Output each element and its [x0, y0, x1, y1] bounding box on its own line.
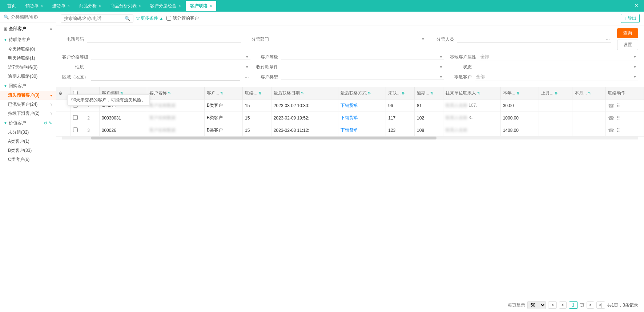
sidebar-item-unclassified[interactable]: 未分组(32) — [0, 128, 56, 137]
sidebar-item-class-a[interactable]: A类客户(1) — [0, 137, 56, 146]
tab-sales[interactable]: 销货单 × — [21, 1, 47, 11]
tab-customer-tier[interactable]: 客户分层经营 × — [146, 1, 185, 11]
filter-more-btn[interactable]: ▽ 更多条件 ▲ — [136, 15, 164, 21]
sidebar-item-lost-label: 已流失客户(24) — [8, 101, 50, 108]
sidebar-item-declining[interactable]: 持续下滑客户(2) ? — [0, 109, 56, 118]
filter-input-manager[interactable] — [457, 36, 611, 43]
sidebar-group-value[interactable]: ▼ 价值客户 ↺ ✎ — [0, 118, 56, 128]
more-action-icon-0[interactable]: ⠿ — [616, 103, 620, 109]
more-action-icon-1[interactable]: ⠿ — [616, 115, 620, 121]
horizontal-scrollbar-thumb[interactable] — [91, 137, 436, 139]
tab-customer-contact[interactable]: 客户联络 × — [186, 1, 216, 11]
col-type[interactable]: 客户...⇅ — [204, 87, 242, 100]
col-name-label: 客户名称 — [149, 90, 167, 96]
col-uncontacted[interactable]: 未联...⇅ — [386, 87, 415, 100]
refresh-icon[interactable]: ↺ — [44, 121, 47, 126]
cell-action-2[interactable]: ☎ ⠿ — [605, 124, 644, 137]
filter-select-retail-customer[interactable]: 全部 ▼ — [475, 73, 638, 81]
settings-button[interactable]: 设置 — [617, 40, 638, 50]
col-last-contact-date[interactable]: 最后联络日期⇅ — [271, 87, 338, 100]
more-action-icon-2[interactable]: ⠿ — [616, 127, 620, 133]
more-icon-region[interactable]: ··· — [243, 74, 250, 80]
sidebar-item-class-c[interactable]: C类客户(6) — [0, 155, 56, 164]
filter-search-input[interactable] — [64, 16, 125, 21]
tab-product-list-close[interactable]: × — [139, 4, 141, 8]
cell-method-2[interactable]: 下销货单 — [338, 124, 386, 137]
cell-action-1[interactable]: ☎ ⠿ — [605, 112, 644, 124]
filter-select-status[interactable]: ▼ — [475, 64, 638, 70]
sidebar-item-lost-warning[interactable]: 流失预警客户(3) ● — [0, 91, 56, 100]
sidebar-all-customers[interactable]: ⊞ 全部客户 « — [0, 23, 56, 35]
horizontal-scrollbar[interactable] — [62, 137, 638, 139]
cell-checkbox-1[interactable] — [71, 112, 85, 124]
filter-label-customer-level: 客户等级 — [256, 54, 278, 60]
tab-customer-tier-close[interactable]: × — [178, 4, 181, 8]
page-first-btn[interactable]: |< — [548, 301, 557, 309]
sidebar-item-week[interactable]: 近7天待联络(0) — [0, 63, 56, 72]
cell-checkbox-2[interactable] — [71, 124, 85, 137]
tab-home[interactable]: 首页 — [3, 1, 20, 11]
filter-select-department[interactable]: ▼ — [272, 36, 426, 42]
contact-method-link-0[interactable]: 下销货单 — [341, 103, 358, 108]
tab-customer-contact-close[interactable]: × — [210, 4, 212, 8]
my-customers-checkbox[interactable] — [166, 16, 171, 21]
sidebar-group-lost[interactable]: ▼ 回购客户 — [0, 81, 56, 91]
page-size-select[interactable]: 50 20 100 — [527, 301, 546, 309]
query-button[interactable]: 查询 — [617, 28, 638, 38]
col-contact[interactable]: 联络...⇅ — [243, 87, 271, 100]
col-unit-contact[interactable]: 往来单位联系人⇅ — [443, 87, 500, 100]
sidebar-item-class-b[interactable]: B类客户(33) — [0, 146, 56, 155]
more-icon-manager[interactable]: ··· — [604, 36, 611, 42]
tab-product-analysis-close[interactable]: × — [99, 4, 101, 8]
col-overdue[interactable]: 逾期...⇅ — [415, 87, 443, 100]
col-last-month[interactable]: 上月...⇅ — [539, 87, 572, 100]
cell-method-0[interactable]: 下销货单 — [338, 100, 386, 112]
sidebar-group-pending[interactable]: ▼ 待联络客户 — [0, 35, 56, 45]
contact-icon-0[interactable]: ☎ — [608, 103, 614, 109]
contact-icon-1[interactable]: ☎ — [608, 115, 614, 121]
filter-my-customers[interactable]: 我分管的客户 — [166, 15, 199, 21]
row-checkbox-1[interactable] — [73, 115, 78, 120]
col-last-contact-date-label: 最后联络日期 — [274, 90, 300, 96]
tab-sales-close[interactable]: × — [41, 4, 43, 8]
filter-select-retail-attr[interactable]: 全部 ▼ — [479, 53, 638, 61]
contact-method-link-1[interactable]: 下销货单 — [341, 115, 358, 120]
filter-input-phone[interactable] — [87, 36, 241, 43]
sidebar-item-overdue[interactable]: 逾期未联络(30) — [0, 72, 56, 81]
filter-input-region[interactable] — [91, 74, 240, 81]
sidebar-item-lost[interactable]: 已流失客户(24) ? — [0, 100, 56, 109]
page-next-btn[interactable]: > — [587, 301, 594, 309]
cell-method-1[interactable]: 下销货单 — [338, 112, 386, 124]
tab-product-list[interactable]: 商品分析列表 × — [106, 1, 145, 11]
tab-purchase[interactable]: 进货单 × — [48, 1, 74, 11]
filter-search-button[interactable]: 🔍 — [125, 16, 130, 21]
col-this-year[interactable]: 本年...⇅ — [500, 87, 539, 100]
edit-icon[interactable]: ✎ — [49, 121, 52, 126]
page-prev-btn[interactable]: < — [559, 301, 567, 309]
sidebar-search-input[interactable] — [11, 15, 52, 20]
cell-action-0[interactable]: ☎ ⠿ — [605, 100, 644, 112]
col-name[interactable]: 客户名称⇅ — [147, 87, 205, 100]
contact-icon-2[interactable]: ☎ — [608, 127, 614, 133]
cell-date-0: 2023-03-02 10:30: — [271, 100, 338, 112]
filter-select-customer-level[interactable]: ▼ — [281, 54, 444, 60]
sidebar-all-label: 全部客户 — [9, 26, 26, 32]
filter-select-price-level[interactable]: ▼ — [91, 54, 250, 60]
filter-select-nature[interactable]: ▼ — [87, 64, 250, 70]
export-button[interactable]: ↑ 导出 — [621, 14, 640, 23]
page-last-btn[interactable]: >| — [596, 301, 605, 309]
tab-bar-close[interactable]: × — [632, 3, 641, 9]
contact-method-link-2[interactable]: 下销货单 — [341, 127, 358, 133]
filter-select-customer-type[interactable]: ▼ — [281, 74, 444, 80]
row-checkbox-2[interactable] — [73, 127, 78, 132]
col-last-contact-method[interactable]: 最后联络方式⇅ — [338, 87, 386, 100]
sidebar-item-today[interactable]: 今天待联络(0) — [0, 45, 56, 54]
sidebar-item-tomorrow[interactable]: 明天待联络(1) — [0, 54, 56, 63]
tab-product-analysis[interactable]: 商品分析 × — [75, 1, 105, 11]
sidebar-collapse-icon[interactable]: « — [50, 27, 52, 32]
grid-icon: ⊞ — [4, 27, 7, 32]
row-actions-0: ☎ ⠿ — [608, 103, 641, 109]
col-this-month[interactable]: 本月...⇅ — [572, 87, 605, 100]
tab-purchase-close[interactable]: × — [68, 4, 70, 8]
filter-select-payment[interactable]: ▼ — [281, 64, 444, 70]
